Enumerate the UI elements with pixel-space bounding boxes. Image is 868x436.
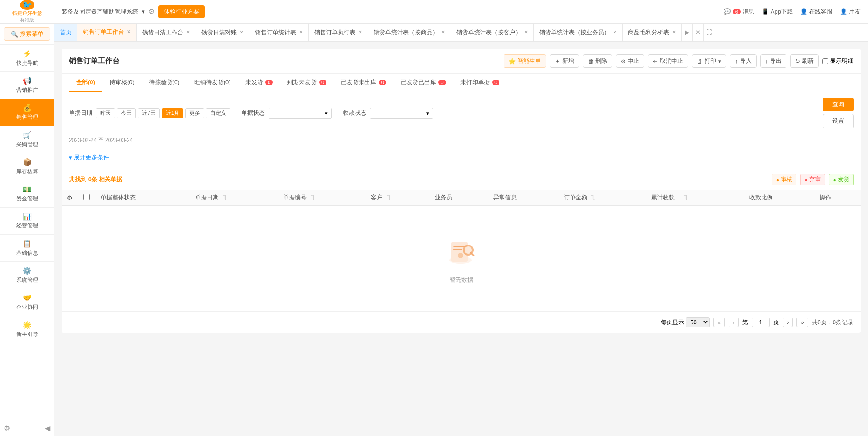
sub-tab-shipped-not-out[interactable]: 已发货未出库 0	[334, 74, 393, 92]
show-detail-checkbox[interactable]	[822, 58, 828, 64]
col-customer[interactable]: 客户 ⇅	[365, 190, 429, 206]
tabs-maximize[interactable]: ⛶	[703, 24, 715, 42]
payment-select[interactable]: ▾	[370, 108, 433, 119]
collapse-icon[interactable]: ◀	[45, 424, 50, 432]
smart-create-button[interactable]: ⭐ 智能生单	[504, 54, 546, 68]
sub-tab-wangpu[interactable]: 旺铺待发货(0)	[187, 74, 238, 92]
delete-button[interactable]: 🗑 删除	[583, 54, 612, 68]
sub-tab-unshipped[interactable]: 未发货 0	[238, 74, 280, 92]
system-title-dropdown[interactable]: ▾	[142, 8, 145, 15]
logo-subtitle: 标准版	[20, 17, 34, 23]
next-page-btn[interactable]: ›	[783, 318, 793, 327]
tab-sales-workbench-close[interactable]: ✕	[127, 29, 131, 35]
tab-cash-daily-close[interactable]: ✕	[186, 29, 190, 35]
select-all-checkbox[interactable]	[83, 194, 90, 200]
svg-point-7	[458, 253, 463, 258]
sidebar-item-system[interactable]: ⚙️ 系统管理	[0, 262, 54, 289]
sidebar-item-basic-info[interactable]: 📋 基础信息	[0, 235, 54, 262]
status-select[interactable]: ▾	[269, 108, 332, 119]
sidebar-item-purchase[interactable]: 🛒 采购管理	[0, 126, 54, 153]
tab-sales-summary-product-close[interactable]: ✕	[441, 29, 445, 35]
refresh-button[interactable]: ↻ 刷新	[790, 54, 819, 68]
prev-page-btn[interactable]: ‹	[729, 318, 739, 327]
sidebar-item-finance[interactable]: 💵 资金管理	[0, 180, 54, 208]
shipped-not-out-badge: 0	[379, 80, 386, 85]
print-button[interactable]: 🖨 打印 ▾	[692, 54, 726, 68]
date-btn-more[interactable]: 更多	[185, 108, 204, 118]
col-amount[interactable]: 订单金额 ⇅	[558, 190, 646, 206]
sub-tab-pending-review[interactable]: 待审核(0)	[102, 74, 142, 92]
settings-col-icon[interactable]: ⚙	[67, 194, 72, 201]
tab-sales-summary-staff-close[interactable]: ✕	[613, 29, 617, 35]
page-number-input[interactable]	[752, 318, 770, 327]
basic-info-icon: 📋	[23, 239, 32, 248]
sub-tab-shipped-out[interactable]: 已发货已出库 0	[393, 74, 453, 92]
user-btn[interactable]: 👤 用友	[840, 8, 861, 16]
suspend-button[interactable]: ⊗ 中止	[616, 54, 644, 68]
date-btn-yesterday[interactable]: 昨天	[96, 108, 115, 118]
tab-sales-stat[interactable]: 销售订单统计表 ✕	[249, 24, 309, 42]
col-salesperson[interactable]: 业务员	[429, 190, 488, 206]
trial-button[interactable]: 体验行业方案	[158, 5, 205, 18]
tabs-close-all[interactable]: ✕	[692, 24, 703, 42]
setting-button[interactable]: 设置	[823, 114, 854, 128]
sidebar-item-enterprise[interactable]: 🤝 企业协同	[0, 289, 54, 316]
first-page-btn[interactable]: «	[713, 318, 724, 327]
tab-sales-summary-customer[interactable]: 销货单统计表（按客户） ✕	[451, 24, 534, 42]
col-date[interactable]: 单据日期 ⇅	[190, 190, 278, 206]
tab-sales-stat-close[interactable]: ✕	[299, 29, 303, 35]
tab-sales-summary-staff[interactable]: 销货单统计表（按业务员） ✕	[534, 24, 623, 42]
cancel-suspend-button[interactable]: ↩ 取消中止	[648, 54, 688, 68]
sidebar-item-quick-nav[interactable]: ⚡ 快捷导航	[0, 45, 54, 72]
review-button[interactable]: ● 审核	[772, 174, 796, 185]
tab-home-label: 首页	[60, 28, 72, 37]
search-menu-button[interactable]: 🔍 搜索菜单	[4, 27, 50, 41]
settings-icon[interactable]: ⚙	[4, 424, 10, 432]
tab-sales-workbench[interactable]: 销售订单工作台 ✕	[77, 24, 137, 42]
sub-tab-all[interactable]: 全部(0)	[69, 74, 102, 92]
add-button[interactable]: ＋ 新增	[550, 54, 579, 68]
tab-home[interactable]: 首页	[54, 24, 77, 42]
sub-tab-not-printed[interactable]: 未打印单据 0	[453, 74, 507, 92]
print-dropdown-icon: ▾	[718, 58, 721, 65]
tab-product-margin[interactable]: 商品毛利分析表 ✕	[623, 24, 682, 42]
col-collected[interactable]: 累计收款... ⇅	[646, 190, 743, 206]
tab-cash-reconcile-close[interactable]: ✕	[240, 29, 244, 35]
sub-tab-overdue-unshipped[interactable]: 到期未发货 0	[280, 74, 334, 92]
tabs-scroll-right[interactable]: ▶	[682, 24, 692, 42]
date-btn-today[interactable]: 今天	[117, 108, 136, 118]
ship-button[interactable]: ● 发货	[829, 174, 854, 185]
sales-icon: 💰	[23, 104, 32, 112]
page-size-select[interactable]: 50 20 100	[686, 317, 710, 327]
sidebar-item-guide[interactable]: 🌟 新手引导	[0, 316, 54, 343]
tab-sales-exec[interactable]: 销售订单执行表 ✕	[309, 24, 368, 42]
export-button[interactable]: ↓ 导出	[760, 54, 787, 68]
sidebar-item-sales[interactable]: 💰 销售管理	[0, 99, 54, 126]
tab-sales-summary-product[interactable]: 销货单统计表（按商品） ✕	[368, 24, 451, 42]
tab-sales-summary-customer-close[interactable]: ✕	[524, 29, 528, 35]
tab-cash-daily[interactable]: 钱货日清工作台 ✕	[137, 24, 196, 42]
sub-tab-pending-inspect[interactable]: 待拣验货(0)	[142, 74, 187, 92]
operations-label: 经营管理	[16, 222, 38, 230]
date-btn-last1month[interactable]: 近1月	[162, 108, 184, 118]
header-gear-icon[interactable]: ⚙	[149, 7, 155, 16]
sidebar-item-marketing[interactable]: 📢 营销推广	[0, 72, 54, 99]
col-number[interactable]: 单据编号 ⇅	[278, 190, 365, 206]
import-button[interactable]: ↑ 导入	[730, 54, 757, 68]
tab-cash-reconcile[interactable]: 钱货日清对账 ✕	[196, 24, 249, 42]
cancel-suspend-icon: ↩	[653, 58, 658, 65]
tab-sales-exec-close[interactable]: ✕	[358, 29, 362, 35]
tab-product-margin-close[interactable]: ✕	[672, 29, 676, 35]
expand-filter-btn[interactable]: ▾ 展开更多条件	[69, 152, 109, 163]
app-download-btn[interactable]: 📱 App下载	[762, 8, 793, 16]
show-detail-checkbox-label[interactable]: 显示明细	[822, 57, 854, 65]
sidebar-item-inventory[interactable]: 📦 库存核算	[0, 153, 54, 180]
date-btn-last7[interactable]: 近7天	[138, 108, 160, 118]
sidebar-item-operations[interactable]: 📊 经营管理	[0, 208, 54, 235]
cancel-review-button[interactable]: ● 弃审	[800, 174, 825, 185]
query-button[interactable]: 查询	[823, 98, 854, 111]
date-btn-custom[interactable]: 自定义	[206, 108, 230, 118]
last-page-btn[interactable]: »	[796, 318, 808, 327]
online-service-btn[interactable]: 👤 在线客服	[800, 8, 833, 16]
message-btn[interactable]: 💬 6 消息	[724, 8, 754, 16]
